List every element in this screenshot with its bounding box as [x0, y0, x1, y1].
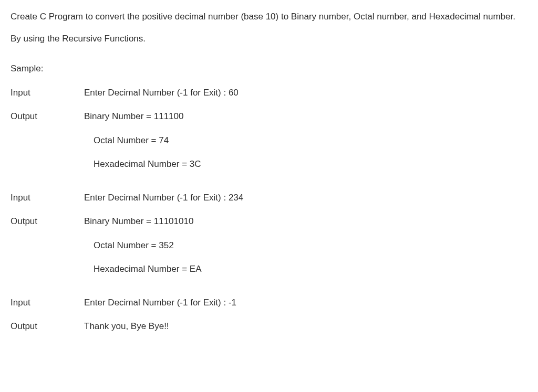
output-label: Output — [11, 110, 84, 123]
sample-block: Input Enter Decimal Number (-1 for Exit)… — [11, 191, 527, 276]
output-value: Hexadecimal Number = 3C — [84, 157, 527, 171]
output-extra-row: Octal Number = 352 — [11, 239, 527, 252]
output-extra-row: Hexadecimal Number = EA — [11, 262, 527, 276]
spacer — [11, 134, 84, 147]
input-row: Input Enter Decimal Number (-1 for Exit)… — [11, 296, 527, 310]
sample-block: Input Enter Decimal Number (-1 for Exit)… — [11, 86, 527, 171]
output-row: Output Thank you, Bye Bye!! — [11, 320, 527, 333]
input-value: Enter Decimal Number (-1 for Exit) : 234 — [84, 191, 527, 205]
output-value: Binary Number = 11101010 — [84, 215, 527, 228]
instruction-paragraph: By using the Recursive Functions. — [11, 32, 527, 46]
spacer — [11, 157, 84, 171]
input-label: Input — [11, 296, 84, 310]
output-value: Hexadecimal Number = EA — [84, 262, 527, 276]
input-row: Input Enter Decimal Number (-1 for Exit)… — [11, 86, 527, 100]
sample-block: Input Enter Decimal Number (-1 for Exit)… — [11, 296, 527, 333]
input-value: Enter Decimal Number (-1 for Exit) : -1 — [84, 296, 527, 310]
output-label: Output — [11, 215, 84, 228]
spacer — [11, 262, 84, 276]
output-row: Output Binary Number = 11101010 — [11, 215, 527, 228]
input-label: Input — [11, 86, 84, 100]
output-value: Thank you, Bye Bye!! — [84, 320, 527, 333]
output-extra-row: Octal Number = 74 — [11, 134, 527, 147]
intro-paragraph: Create C Program to convert the positive… — [11, 9, 527, 25]
output-row: Output Binary Number = 111100 — [11, 110, 527, 123]
input-value: Enter Decimal Number (-1 for Exit) : 60 — [84, 86, 527, 100]
output-label: Output — [11, 320, 84, 333]
input-label: Input — [11, 191, 84, 205]
spacer — [11, 239, 84, 252]
input-row: Input Enter Decimal Number (-1 for Exit)… — [11, 191, 527, 205]
output-value: Binary Number = 111100 — [84, 110, 527, 123]
output-value: Octal Number = 74 — [84, 134, 527, 147]
output-value: Octal Number = 352 — [84, 239, 527, 252]
output-extra-row: Hexadecimal Number = 3C — [11, 157, 527, 171]
sample-heading: Sample: — [11, 62, 527, 76]
